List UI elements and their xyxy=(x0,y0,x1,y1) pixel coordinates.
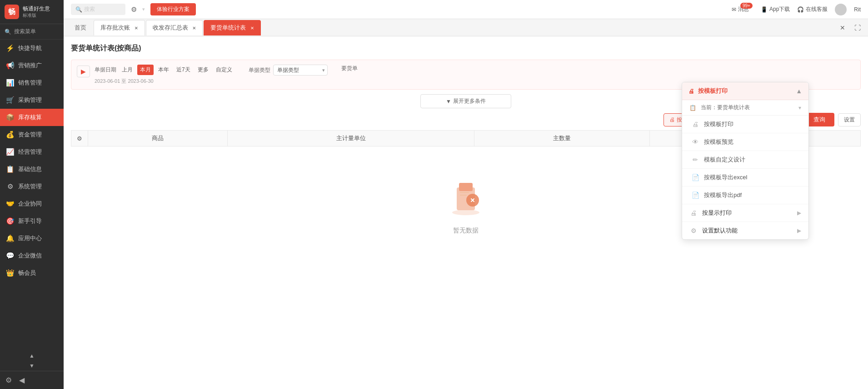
topbar-gear-icon[interactable]: ⚙ xyxy=(131,5,137,14)
window-close-btn[interactable]: ✕ xyxy=(837,23,848,32)
sidebar-item-shortcut[interactable]: ⚡ 快捷导航 xyxy=(0,40,64,57)
template-print-label: 按模板打印 xyxy=(704,120,733,128)
tabbar: 首页 库存批次账 × 收发存汇总表 × 要货单统计表 × ✕ ⛶ xyxy=(64,19,868,36)
dropdown-item-set-default[interactable]: ⚙ 设置默认功能 ▶ xyxy=(682,222,808,239)
filter-expand-toggle[interactable]: ▶ xyxy=(77,66,90,77)
settings-col-icon[interactable]: ⚙ xyxy=(77,135,82,142)
svg-point-0 xyxy=(452,210,479,215)
sidebar-item-label: 企业协同 xyxy=(18,200,42,208)
sidebar-item-operations[interactable]: 📈 经营管理 xyxy=(0,143,64,161)
goods-filter-label: 要货单 xyxy=(341,65,358,72)
type-filter-label: 单据类型 xyxy=(249,66,270,74)
template-excel-icon: 📄 xyxy=(691,174,699,181)
collapse-icon[interactable]: ◀ xyxy=(19,376,25,384)
type-select[interactable]: 单据类型 xyxy=(273,65,328,76)
type-filter-section: 单据类型 单据类型 xyxy=(249,65,328,76)
message-badge: 99+ xyxy=(740,3,753,9)
dropdown-item-template-print[interactable]: 🖨 按模板打印 xyxy=(682,116,808,133)
system-icon: ⚙ xyxy=(5,182,15,191)
user-avatar xyxy=(835,4,847,15)
svg-rect-7 xyxy=(460,195,467,196)
sidebar: 畅 畅通好生意 标准版 🔍 搜索菜单 ⚡ 快捷导航 📢 营销推广 📊 销售管理 … xyxy=(0,0,64,389)
dropdown-close-btn[interactable]: ▲ xyxy=(796,87,802,95)
sidebar-item-member[interactable]: 👑 畅会员 xyxy=(0,264,64,282)
date-btn-custom[interactable]: 自定义 xyxy=(213,65,235,75)
tab-home[interactable]: 首页 xyxy=(68,20,93,35)
display-print-arrow: ▶ xyxy=(797,210,801,216)
operations-icon: 📈 xyxy=(5,148,15,156)
col-quantity: 主数量 xyxy=(474,131,649,147)
date-filter-section: 单据日期 上月 本月 本年 近7天 更多 自定义 xyxy=(95,65,235,75)
dropdown-item-display-print[interactable]: 🖨 按显示打印 ▶ xyxy=(682,204,808,222)
sidebar-scroll-up[interactable]: ▲ xyxy=(0,351,64,361)
username-item[interactable]: Rit xyxy=(854,6,861,13)
sidebar-item-system[interactable]: ⚙ 系统管理 xyxy=(0,178,64,195)
topbar-search[interactable]: 🔍 搜索 xyxy=(71,4,125,15)
search-label: 搜索菜单 xyxy=(14,28,36,35)
collection-tab-close[interactable]: × xyxy=(191,25,196,31)
dropdown-item-template-preview[interactable]: 👁 按模板预览 xyxy=(682,133,808,151)
sidebar-item-wechat[interactable]: 💬 企业微信 xyxy=(0,247,64,264)
message-item[interactable]: ✉ 消息 99+ xyxy=(732,5,749,13)
topbar: 🔍 搜索 ⚙ ▾ 体验行业方案 ✉ 消息 99+ 📱 App下载 🎧 在线客服 xyxy=(64,0,868,19)
sidebar-item-enterprise[interactable]: 🤝 企业协同 xyxy=(0,195,64,212)
set-default-label: 设置默认功能 xyxy=(702,227,738,235)
template-design-icon: ✏ xyxy=(691,156,699,163)
sidebar-item-marketing[interactable]: 📢 营销推广 xyxy=(0,57,64,74)
demo-btn[interactable]: 体验行业方案 xyxy=(150,3,196,15)
expand-more-btn[interactable]: ▼ 展开更多条件 xyxy=(420,94,511,108)
dropdown-title: 🖨 按模板打印 xyxy=(688,87,728,95)
sidebar-item-newbie[interactable]: 🎯 新手引导 xyxy=(0,212,64,230)
col-goods: 商品 xyxy=(88,131,228,147)
tab-collection[interactable]: 收发存汇总表 × xyxy=(146,20,203,35)
appstore-icon: 🔔 xyxy=(5,234,15,242)
current-arrow: ▾ xyxy=(798,105,801,111)
sidebar-item-basic[interactable]: 📋 基础信息 xyxy=(0,161,64,178)
window-controls: ✕ ⛶ xyxy=(837,23,863,32)
window-maximize-btn[interactable]: ⛶ xyxy=(852,23,863,32)
dropdown-item-template-pdf[interactable]: 📄 按模板导出pdf xyxy=(682,187,808,204)
settings-btn[interactable]: 设置 xyxy=(838,113,861,126)
template-print-icon: 🖨 xyxy=(691,121,699,128)
sidebar-item-purchase[interactable]: 🛒 采购管理 xyxy=(0,91,64,109)
username-label: Rit xyxy=(854,6,861,13)
col-checkbox: ⚙ xyxy=(71,131,88,147)
order-stats-tab-close[interactable]: × xyxy=(249,25,254,31)
print-icon: 🖨 xyxy=(669,116,675,123)
type-select-wrap: 单据类型 xyxy=(273,65,328,76)
set-default-icon: ⚙ xyxy=(689,227,698,234)
dropdown-item-template-excel[interactable]: 📄 按模板导出excel xyxy=(682,169,808,187)
date-btn-this-month[interactable]: 本月 xyxy=(137,65,154,75)
sidebar-item-label: 应用中心 xyxy=(18,234,42,242)
online-service-item[interactable]: 🎧 在线客服 xyxy=(797,5,828,13)
user-avatar-item[interactable] xyxy=(835,4,847,15)
sidebar-item-finance[interactable]: 💰 资金管理 xyxy=(0,126,64,143)
sidebar-nav: ⚡ 快捷导航 📢 营销推广 📊 销售管理 🛒 采购管理 📦 库存核算 💰 资金管… xyxy=(0,40,64,351)
tab-batch[interactable]: 库存批次账 × xyxy=(94,20,145,35)
date-btn-this-year[interactable]: 本年 xyxy=(155,65,172,75)
sidebar-logo: 畅 畅通好生意 标准版 xyxy=(0,0,64,24)
sidebar-search[interactable]: 🔍 搜索菜单 xyxy=(0,24,64,40)
sidebar-item-label: 基础信息 xyxy=(18,165,42,173)
date-btn-more[interactable]: 更多 xyxy=(195,65,211,75)
expand-arrow-icon: ▼ xyxy=(446,98,451,105)
batch-tab-close[interactable]: × xyxy=(133,25,138,31)
sidebar-item-sales[interactable]: 📊 销售管理 xyxy=(0,74,64,91)
sidebar-scroll-down[interactable]: ▼ xyxy=(0,361,64,371)
search-icon-top: 🔍 xyxy=(75,6,82,13)
date-btn-last-month[interactable]: 上月 xyxy=(119,65,135,75)
svg-rect-6 xyxy=(460,192,469,193)
sidebar-item-inventory[interactable]: 📦 库存核算 xyxy=(0,109,64,126)
tab-order-stats[interactable]: 要货单统计表 × xyxy=(204,20,261,35)
current-template-icon: 📋 xyxy=(689,105,696,111)
enterprise-icon: 🤝 xyxy=(5,200,15,208)
app-download-item[interactable]: 📱 App下载 xyxy=(761,5,790,13)
dropdown-item-template-design[interactable]: ✏ 模板自定义设计 xyxy=(682,151,808,169)
settings-icon[interactable]: ⚙ xyxy=(5,376,12,384)
sidebar-item-label: 库存核算 xyxy=(18,113,42,121)
dropdown-header: 🖨 按模板打印 ▲ xyxy=(682,82,808,100)
date-btn-7days[interactable]: 近7天 xyxy=(174,65,193,75)
purchase-icon: 🛒 xyxy=(5,96,15,104)
home-tab-label: 首页 xyxy=(75,24,86,32)
sidebar-item-appstore[interactable]: 🔔 应用中心 xyxy=(0,230,64,247)
